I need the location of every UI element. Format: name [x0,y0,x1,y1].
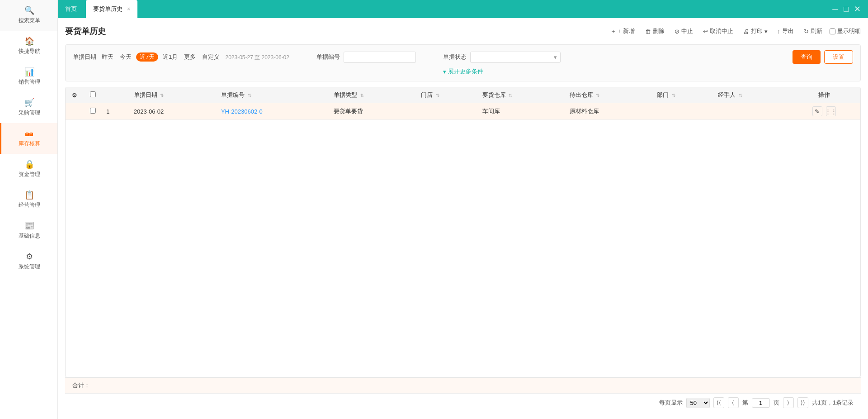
stop-icon: ⊘ [675,28,679,35]
table-head: ⚙ 单据日期 ⇅ 单据编号 ⇅ 单据类型 ⇅ 门店 ⇅ 要货仓库 ⇅ 待出仓库 … [66,87,860,103]
order-no-link[interactable]: YH-20230602-0 [221,108,263,115]
sort-icon-order-no: ⇅ [248,93,251,98]
tab-bar: 首页要货单历史× ─ □ ✕ [58,0,868,18]
status-select[interactable] [470,52,561,63]
settings-button[interactable]: 设置 [824,50,853,64]
stop-button[interactable]: ⊘ 中止 [672,25,696,37]
query-button[interactable]: 查询 [793,50,821,64]
delete-button[interactable]: 🗑 删除 [642,25,667,37]
page-input[interactable] [752,398,770,408]
show-detail-checkbox[interactable]: 显示明细 [830,27,861,35]
status-select-wrap [470,52,561,63]
new-button[interactable]: ＋ + 新增 [608,25,637,37]
refresh-button[interactable]: ↻ 刷新 [801,25,825,37]
cell-date: 2023-06-02 [129,103,217,120]
cancel-stop-button[interactable]: ↩ 取消中止 [700,25,736,37]
sort-icon-req-warehouse: ⇅ [509,93,512,98]
edit-icon[interactable]: ✎ [812,106,822,116]
cell-seq: 1 [102,103,129,120]
close-button[interactable]: ✕ [854,4,861,14]
date-shortcut-last7days[interactable]: 近7天 [136,52,158,62]
print-button[interactable]: 🖨 打印 ▾ [741,25,770,37]
date-shortcut-last1month[interactable]: 近1月 [161,52,179,62]
sales-mgmt-icon: 📊 [24,68,34,76]
sort-icon-date: ⇅ [160,93,164,98]
print-dropdown-icon: ▾ [764,28,768,35]
th-ops: 操作 [788,87,860,103]
date-shortcut-custom[interactable]: 自定义 [200,52,222,62]
tab-home[interactable]: 首页 [58,0,84,18]
expand-more-icon: ▾ [443,68,446,75]
cell-checkbox[interactable] [84,103,102,120]
window-actions: ─ □ ✕ [832,4,868,14]
more-icon[interactable]: ⋮⋮ [826,106,836,116]
row-checkbox-0[interactable] [90,108,96,114]
sort-icon-pending-warehouse: ⇅ [596,93,599,98]
order-no-filter-group: 单据编号 [316,52,416,63]
th-req-warehouse[interactable]: 要货仓库 ⇅ [478,87,565,103]
sidebar-item-sys-mgmt[interactable]: ⚙ 系统管理 [0,246,57,277]
sort-icon-order-type: ⇅ [360,93,364,98]
sidebar-item-search-menu[interactable]: 🔍 搜索菜单 [0,0,57,31]
cell-store [416,103,477,120]
expand-more[interactable]: ▾ 展开更多条件 [73,67,853,76]
cell-handler [713,103,788,120]
purchase-mgmt-label: 采购管理 [19,109,40,117]
date-shortcut-today[interactable]: 今天 [118,52,133,62]
sidebar-item-inventory[interactable]: 🏘 库存核算 [0,123,57,154]
cell-pending-warehouse: 原材料仓库 [565,103,652,120]
tab-close-requisition-history[interactable]: × [127,6,130,12]
basic-info-label: 基础信息 [19,232,40,240]
minimize-button[interactable]: ─ [832,5,838,14]
th-pending-warehouse[interactable]: 待出仓库 ⇅ [565,87,652,103]
date-shortcut-more[interactable]: 更多 [182,52,198,62]
table-row: 1 2023-06-02 YH-20230602-0 要货单要货 车间库 原材料… [66,103,860,120]
first-page-button[interactable]: ⟨⟨ [713,397,724,408]
sidebar-item-quick-nav[interactable]: 🏠 快捷导航 [0,31,57,62]
sort-icon-store: ⇅ [436,93,439,98]
next-page-button[interactable]: ⟩ [783,397,794,408]
quick-nav-label: 快捷导航 [19,48,40,55]
sidebar-item-ops-mgmt[interactable]: 📋 经营管理 [0,185,57,215]
cell-settings[interactable] [66,103,84,120]
sales-mgmt-label: 销售管理 [19,78,40,86]
last-page-button[interactable]: ⟩⟩ [797,397,808,408]
tab-label-home: 首页 [65,5,77,13]
th-date[interactable]: 单据日期 ⇅ [129,87,217,103]
total-info: 共1页，1条记录 [812,399,854,407]
export-button[interactable]: ↑ 导出 [775,25,797,37]
th-handler[interactable]: 经手人 ⇅ [713,87,788,103]
sidebar-item-sales-mgmt[interactable]: 📊 销售管理 [0,62,57,92]
th-settings[interactable]: ⚙ [66,87,84,103]
show-detail-input[interactable] [830,29,835,34]
th-checkbox[interactable] [84,87,102,103]
sidebar-item-purchase-mgmt[interactable]: 🛒 采购管理 [0,92,57,123]
sidebar-item-basic-info[interactable]: 📰 基础信息 [0,215,57,246]
pagination-area: 每页显示 102050100 ⟨⟨ ⟨ 第 页 ⟩ ⟩⟩ 共1页，1条记录 [65,393,861,412]
cell-order-no[interactable]: YH-20230602-0 [217,103,329,120]
prev-page-button[interactable]: ⟨ [728,397,739,408]
date-shortcut-yesterday[interactable]: 昨天 [100,52,115,62]
page-label-after: 页 [774,399,779,407]
sidebar-item-finance-mgmt[interactable]: 🔒 资金管理 [0,154,57,185]
select-all-checkbox[interactable] [90,91,96,97]
sort-icon-handler: ⇅ [739,93,742,98]
th-order-type[interactable]: 单据类型 ⇅ [329,87,416,103]
th-store[interactable]: 门店 ⇅ [416,87,477,103]
cell-ops: ✎ ⋮⋮ [788,103,860,120]
order-no-input[interactable] [344,52,416,63]
cancel-stop-icon: ↩ [703,28,708,35]
tab-requisition-history[interactable]: 要货单历史× [86,0,137,18]
data-table: ⚙ 单据日期 ⇅ 单据编号 ⇅ 单据类型 ⇅ 门店 ⇅ 要货仓库 ⇅ 待出仓库 … [66,87,860,120]
date-shortcuts: 昨天今天近7天近1月更多自定义 [100,52,222,62]
filter-area: 单据日期 昨天今天近7天近1月更多自定义 2023-05-27 至 2023-0… [65,44,861,81]
th-dept[interactable]: 部门 ⇅ [652,87,713,103]
th-order-no[interactable]: 单据编号 ⇅ [217,87,329,103]
new-icon: ＋ [610,27,616,35]
per-page-select[interactable]: 102050100 [686,398,710,408]
date-range-text: 2023-05-27 至 2023-06-02 [225,54,289,62]
main-content: 首页要货单历史× ─ □ ✕ 要货单历史 ＋ + 新增 🗑 删除 ⊘ [58,0,868,419]
th-seq [102,87,129,103]
maximize-button[interactable]: □ [844,5,849,14]
date-filter-group: 单据日期 昨天今天近7天近1月更多自定义 2023-05-27 至 2023-0… [73,52,289,62]
